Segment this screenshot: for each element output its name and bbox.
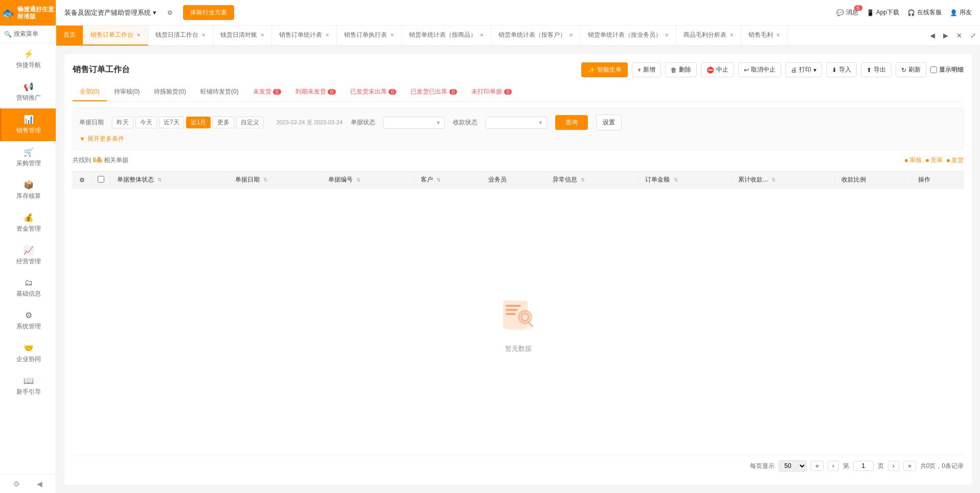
sidebar-item-sales[interactable]: 📊 销售管理 (0, 108, 56, 141)
tab-staff-stats-close[interactable]: ✕ (665, 32, 669, 38)
tab-order-exec-close[interactable]: ✕ (390, 32, 394, 38)
select-all-checkbox[interactable] (98, 176, 104, 183)
cancel-stop-button[interactable]: ↩ 取消中止 (738, 62, 781, 77)
system-title-dropdown[interactable]: 装备及固定资产辅助管理系统 ▾ (64, 8, 156, 17)
sidebar-collab-label: 企业协同 (16, 355, 41, 364)
import-label: 导入 (839, 65, 851, 74)
tab-close-all-btn[interactable]: ✕ (952, 28, 966, 43)
tab-customer-stats-close[interactable]: ✕ (569, 32, 573, 38)
tab-margin-analysis-close[interactable]: ✕ (730, 32, 734, 38)
tab-cashgoods-close[interactable]: ✕ (201, 32, 206, 38)
delete-button[interactable]: 🗑 删除 (665, 62, 697, 77)
smart-create-button[interactable]: ✨ 智能生单 (581, 62, 628, 77)
tab-order-stats[interactable]: 销售订单统计表 ✕ (272, 26, 337, 46)
refresh-button[interactable]: ↻ 刷新 (896, 62, 926, 77)
tab-reconcile-close[interactable]: ✕ (260, 32, 264, 38)
subtab-shipped-outstocked[interactable]: 已发货已出库 0 (403, 83, 464, 101)
show-detail-checkbox-label[interactable]: 显示明细 (930, 65, 964, 74)
payment-filter-select[interactable] (486, 117, 547, 129)
print-button[interactable]: 🖨 打印 ▾ (785, 62, 822, 77)
sidebar-item-quicknav[interactable]: ⚡ 快捷导航 (0, 43, 56, 76)
per-page-select[interactable]: 50 100 (779, 460, 807, 472)
status-filter-select[interactable] (383, 117, 445, 129)
sidebar-item-inventory[interactable]: 📦 库存核算 (0, 174, 56, 207)
expand-filter-btn[interactable]: ▼ 展开更多条件 (79, 135, 124, 143)
sales-icon: 📊 (24, 115, 34, 124)
batch-unreview-btn[interactable]: 充审 (926, 156, 943, 165)
subtab-overdue-unshipped[interactable]: 到期未发货 0 (288, 83, 343, 101)
subtab-shipped-not-outstocked[interactable]: 已发货未出库 0 (343, 83, 404, 101)
sidebar-item-basicinfo[interactable]: 🗂 基础信息 (0, 272, 56, 304)
date-1month-btn[interactable]: 近1月 (186, 117, 211, 128)
tab-order-stats-close[interactable]: ✕ (325, 32, 329, 38)
next-page-btn[interactable]: › (888, 461, 899, 471)
tab-sales-margin-close[interactable]: ✕ (776, 32, 780, 38)
th-checkbox[interactable] (92, 171, 111, 189)
message-icon: 💬 (836, 9, 844, 16)
tab-sales-margin[interactable]: 销售毛利 ✕ (741, 26, 788, 46)
sidebar-item-collab[interactable]: 🤝 企业协同 (0, 337, 56, 370)
sidebar-collapse-icon[interactable]: ◀ (37, 480, 42, 488)
tab-scroll-right-btn[interactable]: ▶ (939, 28, 952, 43)
tab-customer-stats[interactable]: 销货单统计表（按客户） ✕ (491, 26, 581, 46)
sidebar-item-marketing[interactable]: 📢 营销推广 (0, 76, 56, 108)
first-page-btn[interactable]: « (811, 461, 824, 471)
import-button[interactable]: ⬇ 导入 (826, 62, 857, 77)
query-button[interactable]: 查询 (555, 115, 588, 130)
sidebar-item-finance[interactable]: 💰 资金管理 (0, 207, 56, 239)
tab-cashgoods[interactable]: 钱货日清工作台 ✕ (148, 26, 213, 46)
sidebar-item-search[interactable]: 🔍 搜索菜单 (0, 26, 56, 43)
tab-sales-workbench-close[interactable]: ✕ (136, 32, 141, 38)
show-detail-checkbox[interactable] (930, 66, 937, 73)
sidebar-settings-icon[interactable]: ⚙ (13, 480, 20, 488)
prev-page-btn[interactable]: ‹ (828, 461, 839, 471)
tab-margin-analysis[interactable]: 商品毛利分析表 ✕ (676, 26, 741, 46)
last-page-btn[interactable]: » (903, 461, 916, 471)
tab-expand-btn[interactable]: ⤢ (966, 28, 980, 43)
topbar-user-btn[interactable]: 👤 用友 (950, 8, 972, 17)
subtab-all[interactable]: 全部(0) (73, 83, 107, 101)
date-range-display: 2023-02-24 至 2023-03-24 (276, 119, 343, 126)
sidebar-item-purchase[interactable]: 🛒 采购管理 (0, 141, 56, 174)
stop-button[interactable]: ⛔ 中止 (701, 62, 734, 77)
date-7days-btn[interactable]: 近7天 (159, 117, 184, 128)
topbar-support-btn[interactable]: 🎧 在线客服 (907, 8, 942, 17)
topbar-cta-button[interactable]: 体验行业方案 (183, 5, 234, 20)
tab-reconcile[interactable]: 钱货日清对账 ✕ (213, 26, 272, 46)
date-today-btn[interactable]: 今天 (135, 117, 157, 128)
add-button[interactable]: + 新增 (632, 62, 661, 77)
tab-home[interactable]: 首页 (56, 26, 83, 46)
sidebar-item-sysconfig[interactable]: ⚙ 系统管理 (0, 304, 56, 337)
batch-ship-btn[interactable]: 发货 (947, 156, 964, 165)
subtab-pending-pick[interactable]: 待拣验货(0) (147, 83, 193, 101)
th-doc-date[interactable]: 单据日期 ⇅ (229, 171, 322, 189)
th-settings[interactable]: ⚙ (73, 171, 92, 189)
th-doc-no[interactable]: 单据编号 ⇅ (322, 171, 415, 189)
subtab-shop-pending[interactable]: 旺铺待发货(0) (193, 83, 246, 101)
topbar-settings-btn[interactable]: ⚙ (163, 6, 177, 20)
topbar-appdownload-btn[interactable]: 📱 App下载 (867, 8, 899, 17)
th-customer[interactable]: 客户 ⇅ (415, 171, 482, 189)
th-order-amount[interactable]: 订单金额 ⇅ (639, 171, 732, 189)
subtab-unshipped[interactable]: 未发货 0 (246, 83, 288, 101)
subtab-unprinted[interactable]: 未打印单据 0 (464, 83, 519, 101)
th-staff: 业务员 (482, 171, 546, 189)
date-more-btn[interactable]: 更多 (213, 117, 234, 128)
tab-goods-stats[interactable]: 销货单统计表（按商品） ✕ (402, 26, 491, 46)
tab-sales-workbench[interactable]: 销售订单工作台 ✕ (83, 26, 148, 46)
th-cumulative-payment[interactable]: 累计收款... ⇅ (732, 171, 835, 189)
sidebar-item-operations[interactable]: 📈 经营管理 (0, 239, 56, 272)
date-custom-btn[interactable]: 自定义 (236, 117, 264, 128)
setting-button[interactable]: 设置 (596, 115, 622, 130)
sidebar-item-guide[interactable]: 📖 新手引导 (0, 370, 56, 402)
topbar-message-btn[interactable]: 💬 消息 6 (836, 8, 858, 17)
page-number-input[interactable] (853, 461, 874, 471)
batch-review-btn[interactable]: 审核 (905, 156, 922, 165)
tab-staff-stats[interactable]: 销货单统计表（按业务员） ✕ (581, 26, 676, 46)
subtab-pending-review[interactable]: 待审核(0) (107, 83, 147, 101)
export-button[interactable]: ⬆ 导出 (861, 62, 892, 77)
date-yesterday-btn[interactable]: 昨天 (112, 117, 133, 128)
tab-scroll-left-btn[interactable]: ◀ (926, 28, 939, 43)
tab-order-exec[interactable]: 销售订单执行表 ✕ (337, 26, 402, 46)
tab-goods-stats-close[interactable]: ✕ (480, 32, 484, 38)
